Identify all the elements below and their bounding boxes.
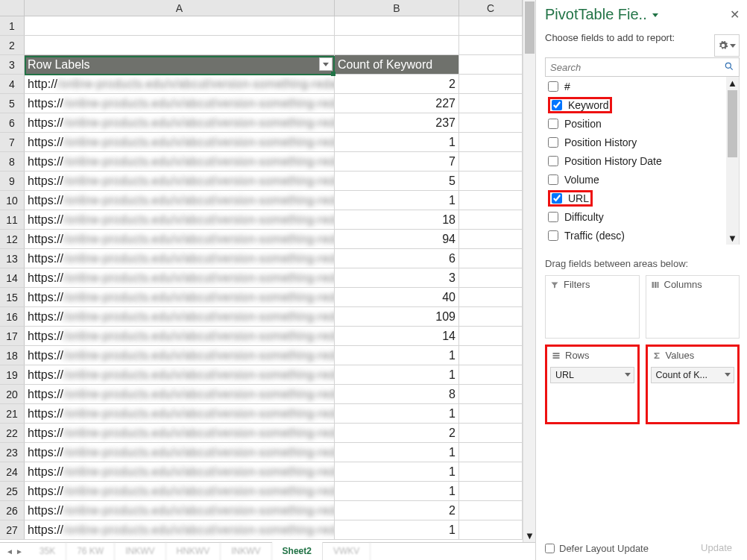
field-search[interactable] — [545, 57, 740, 77]
cell-C11[interactable] — [459, 210, 523, 229]
cell-B17[interactable]: 14 — [335, 327, 459, 345]
cell-C15[interactable] — [459, 288, 523, 306]
cell-B14[interactable]: 3 — [335, 268, 459, 287]
row-header[interactable]: 17 — [0, 327, 25, 345]
cell-A17[interactable]: https:///online-products.edu/v/abcut/ver… — [25, 327, 335, 345]
rows-area[interactable]: Rows URL — [545, 345, 640, 424]
cell-A1[interactable] — [25, 16, 335, 35]
row-header[interactable]: 26 — [0, 501, 25, 520]
row-header[interactable]: 19 — [0, 365, 25, 384]
field-item[interactable]: # — [545, 77, 739, 95]
cell-A20[interactable]: https:///online-products.edu/v/abcut/ver… — [25, 385, 335, 403]
field-checkbox[interactable] — [548, 137, 558, 148]
cell-A26[interactable]: https:///online-products.edu/v/abcut/ver… — [25, 501, 335, 520]
cell-B13[interactable]: 6 — [335, 249, 459, 268]
row-header[interactable]: 18 — [0, 346, 25, 365]
row-header[interactable]: 15 — [0, 288, 25, 306]
columns-area[interactable]: Columns — [646, 275, 740, 339]
cell-B22[interactable]: 2 — [335, 424, 459, 442]
cell-A18[interactable]: https:///online-products.edu/v/abcut/ver… — [25, 346, 335, 365]
filters-area[interactable]: Filters — [545, 275, 640, 339]
cell-B10[interactable]: 1 — [335, 191, 459, 210]
cell-B21[interactable]: 1 — [335, 404, 459, 423]
cell-C24[interactable] — [459, 462, 523, 481]
cell-C22[interactable] — [459, 424, 523, 442]
row-header[interactable]: 13 — [0, 249, 25, 268]
cell-B18[interactable]: 1 — [335, 346, 459, 365]
scroll-up-icon[interactable]: ▲ — [726, 77, 739, 89]
select-all-corner[interactable] — [0, 0, 25, 16]
cell-B11[interactable]: 18 — [335, 210, 459, 229]
cell-B19[interactable]: 1 — [335, 365, 459, 384]
field-checkbox[interactable] — [548, 230, 558, 241]
cell-A4[interactable]: http:///online-products.edu/v/abcut/vers… — [25, 75, 335, 93]
sheet-tab[interactable]: 35K — [29, 542, 66, 561]
cell-B1[interactable] — [335, 16, 459, 35]
cell-A9[interactable]: https:///online-products.edu/v/abcut/ver… — [25, 172, 335, 190]
row-header[interactable]: 10 — [0, 191, 25, 210]
cell-B15[interactable]: 40 — [335, 288, 459, 306]
search-icon[interactable] — [724, 61, 734, 74]
cell-A27[interactable]: https:///online-products.edu/v/abcut/ver… — [25, 520, 335, 539]
defer-update-checkbox[interactable]: Defer Layout Update — [545, 543, 649, 554]
field-item[interactable]: URL — [545, 189, 739, 207]
row-header[interactable]: 4 — [0, 75, 25, 93]
cell-C13[interactable] — [459, 249, 523, 268]
cell-C5[interactable] — [459, 94, 523, 113]
cell-A22[interactable]: https:///online-products.edu/v/abcut/ver… — [25, 424, 335, 442]
row-header[interactable]: 14 — [0, 268, 25, 287]
cell-B7[interactable]: 1 — [335, 133, 459, 151]
row-header[interactable]: 16 — [0, 307, 25, 326]
field-item[interactable]: Volume — [545, 170, 739, 189]
cell-A8[interactable]: https:///online-products.edu/v/abcut/ver… — [25, 152, 335, 171]
cell-C10[interactable] — [459, 191, 523, 210]
row-header[interactable]: 21 — [0, 404, 25, 423]
cell-A2[interactable] — [25, 36, 335, 54]
row-header[interactable]: 23 — [0, 443, 25, 462]
row-header[interactable]: 11 — [0, 210, 25, 229]
row-header[interactable]: 7 — [0, 133, 25, 151]
cell-C4[interactable] — [459, 75, 523, 93]
field-list[interactable]: ▲ ▼ #KeywordPositionPosition HistoryPosi… — [545, 77, 740, 245]
row-header[interactable]: 6 — [0, 113, 25, 132]
row-header[interactable]: 27 — [0, 520, 25, 539]
field-item[interactable]: Difficulty — [545, 207, 739, 226]
field-checkbox[interactable] — [548, 156, 558, 166]
cell-C27[interactable] — [459, 520, 523, 539]
cell-C18[interactable] — [459, 346, 523, 365]
cell-A7[interactable]: https:///online-products.edu/v/abcut/ver… — [25, 133, 335, 151]
cell-C20[interactable] — [459, 385, 523, 403]
cell-A14[interactable]: https:///online-products.edu/v/abcut/ver… — [25, 268, 335, 287]
cell-B6[interactable]: 237 — [335, 113, 459, 132]
row-labels-dropdown[interactable] — [319, 57, 332, 71]
cell-C8[interactable] — [459, 152, 523, 171]
scroll-down-icon[interactable]: ▼ — [726, 232, 739, 245]
cell-B2[interactable] — [335, 36, 459, 54]
cell-A23[interactable]: https:///online-products.edu/v/abcut/ver… — [25, 443, 335, 462]
cell-B23[interactable]: 1 — [335, 443, 459, 462]
cell-A19[interactable]: https:///online-products.edu/v/abcut/ver… — [25, 365, 335, 384]
scroll-down-icon[interactable]: ▼ — [523, 529, 536, 542]
row-header[interactable]: 2 — [0, 36, 25, 54]
row-header[interactable]: 20 — [0, 385, 25, 403]
defer-checkbox[interactable] — [545, 544, 555, 553]
sheet-tab[interactable]: HNKWV — [166, 542, 221, 561]
cell-B12[interactable]: 94 — [335, 230, 459, 248]
cell-B27[interactable]: 1 — [335, 520, 459, 539]
values-chip-count[interactable]: Count of K... — [651, 367, 735, 383]
field-checkbox[interactable] — [552, 193, 562, 204]
cell-A15[interactable]: https:///online-products.edu/v/abcut/ver… — [25, 288, 335, 306]
cell-B9[interactable]: 5 — [335, 172, 459, 190]
cell-C17[interactable] — [459, 327, 523, 345]
row-header[interactable]: 3 — [0, 55, 25, 74]
cell-C26[interactable] — [459, 501, 523, 520]
cell-C23[interactable] — [459, 443, 523, 462]
cell-A6[interactable]: https:///online-products.edu/v/abcut/ver… — [25, 113, 335, 132]
search-input[interactable] — [550, 62, 724, 73]
cell-B24[interactable]: 1 — [335, 462, 459, 481]
field-checkbox[interactable] — [548, 212, 558, 222]
vertical-scrollbar[interactable]: ▲ ▼ — [523, 0, 535, 542]
cell-B26[interactable]: 2 — [335, 501, 459, 520]
cell-A11[interactable]: https:///online-products.edu/v/abcut/ver… — [25, 210, 335, 229]
cell-A5[interactable]: https:///online-products.edu/v/abcut/ver… — [25, 94, 335, 113]
